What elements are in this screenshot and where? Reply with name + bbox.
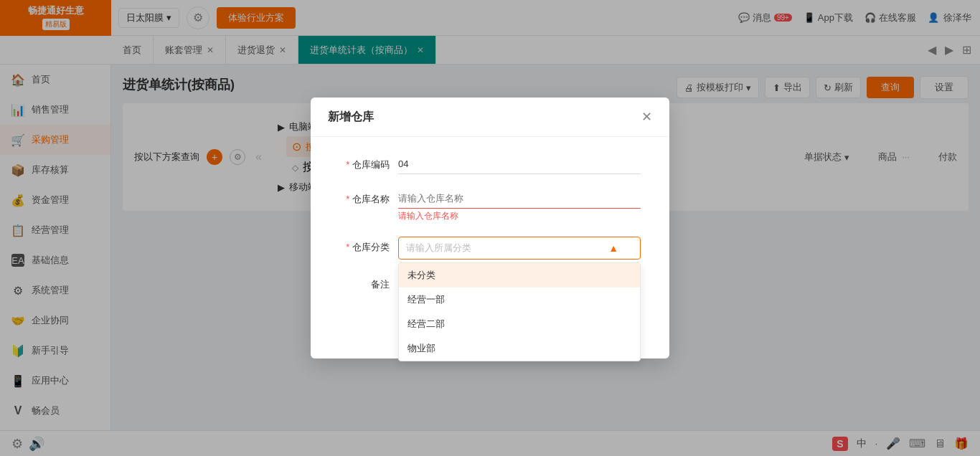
code-input-wrap — [398, 154, 641, 174]
dropdown-item-0[interactable]: 未分类 — [399, 263, 640, 288]
form-row-code: 仓库编码 — [339, 154, 641, 174]
category-select-wrap: 请输入所属分类 ▲ 未分类 经营一部 经营二部 物业部 — [398, 237, 641, 260]
dropdown-item-1[interactable]: 经营一部 — [399, 288, 640, 312]
name-input[interactable] — [398, 189, 641, 209]
form-row-category: 仓库分类 请输入所属分类 ▲ 未分类 经营一部 经营二部 物业部 — [339, 237, 641, 260]
category-chevron-icon: ▲ — [608, 242, 618, 254]
dialog-close-button[interactable]: ✕ — [641, 109, 652, 125]
name-error-text: 请输入仓库名称 — [398, 210, 641, 222]
dropdown-item-3[interactable]: 物业部 — [399, 336, 640, 361]
code-label: 仓库编码 — [339, 154, 390, 171]
category-dropdown: 未分类 经营一部 经营二部 物业部 — [398, 262, 641, 361]
category-select[interactable]: 请输入所属分类 ▲ — [398, 237, 641, 260]
code-input[interactable] — [398, 154, 641, 174]
name-label: 仓库名称 — [339, 189, 390, 206]
notes-label: 备注 — [339, 274, 390, 291]
category-placeholder: 请输入所属分类 — [406, 242, 471, 255]
dropdown-item-2[interactable]: 经营二部 — [399, 312, 640, 336]
form-row-name: 仓库名称 请输入仓库名称 — [339, 189, 641, 222]
modal-overlay: 新增仓库 ✕ 仓库编码 仓库名称 请输入仓库名称 仓库分类 — [0, 0, 980, 456]
add-warehouse-dialog: 新增仓库 ✕ 仓库编码 仓库名称 请输入仓库名称 仓库分类 — [311, 98, 669, 358]
dialog-body: 仓库编码 仓库名称 请输入仓库名称 仓库分类 请输入所属分类 — [311, 137, 669, 294]
dialog-title: 新增仓库 — [328, 110, 374, 125]
name-input-wrap: 请输入仓库名称 — [398, 189, 641, 222]
category-label: 仓库分类 — [339, 237, 390, 254]
dialog-header: 新增仓库 ✕ — [311, 98, 669, 137]
